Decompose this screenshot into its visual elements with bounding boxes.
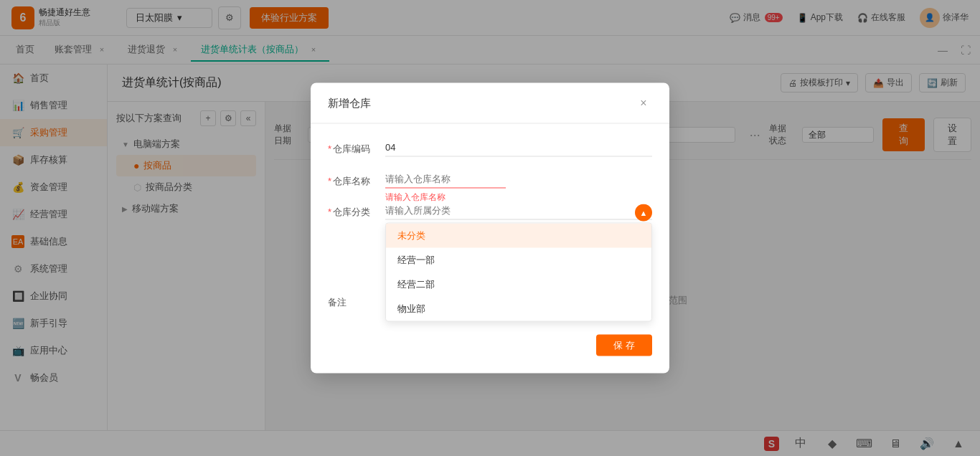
category-input[interactable]: [385, 201, 652, 220]
name-label: 仓库名称: [328, 171, 385, 188]
name-field-row: 仓库名称 请输入仓库名称: [328, 170, 652, 189]
name-input[interactable]: [385, 170, 506, 189]
code-input[interactable]: [385, 138, 652, 157]
modal-footer: 保 存: [311, 323, 669, 356]
category-dropdown-arrow[interactable]: ▲: [635, 204, 652, 222]
code-label: 仓库编码: [328, 138, 385, 156]
dropdown-item-3[interactable]: 物业部: [386, 297, 651, 321]
notes-label: 备注: [328, 292, 385, 309]
modal-header: 新增仓库 ×: [311, 83, 669, 124]
modal-title: 新增仓库: [328, 96, 371, 110]
category-select-wrap: ▲: [385, 201, 652, 220]
dropdown-item-0[interactable]: 未分类: [386, 224, 651, 248]
save-button[interactable]: 保 存: [596, 335, 652, 356]
modal-close-button[interactable]: ×: [635, 95, 652, 112]
code-field-row: 仓库编码: [328, 138, 652, 157]
add-warehouse-modal: 新增仓库 × 仓库编码 仓库名称 请输入仓库名称 仓库分类 ▲ 未分类: [311, 83, 669, 374]
category-label: 仓库分类: [328, 201, 385, 219]
modal-body: 仓库编码 仓库名称 请输入仓库名称 仓库分类 ▲ 未分类 经营一部 经营二部 物…: [311, 124, 669, 310]
dropdown-item-2[interactable]: 经营二部: [386, 272, 651, 297]
dropdown-item-1[interactable]: 经营一部: [386, 248, 651, 272]
category-dropdown: 未分类 经营一部 经营二部 物业部: [385, 223, 652, 322]
category-field-row: 仓库分类 ▲ 未分类 经营一部 经营二部 物业部: [328, 201, 652, 220]
